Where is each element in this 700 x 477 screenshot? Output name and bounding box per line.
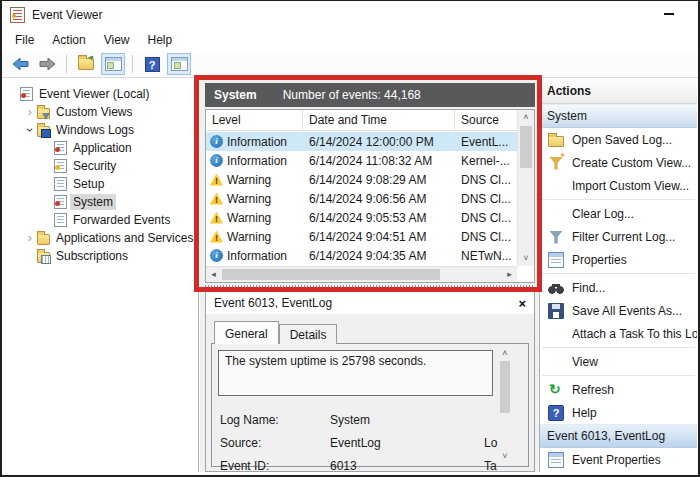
field-right-clipped: Ta bbox=[484, 459, 500, 473]
event-source: Kernel-... bbox=[455, 154, 515, 168]
tree-expander-icon[interactable]: › bbox=[23, 231, 37, 245]
action-icon bbox=[548, 178, 564, 194]
menu-item[interactable]: File bbox=[6, 30, 43, 50]
field-value: EventLog bbox=[330, 436, 484, 450]
tree-expander-icon[interactable]: › bbox=[23, 105, 37, 119]
tree-expander-icon[interactable]: › bbox=[23, 123, 37, 137]
menu-item[interactable]: View bbox=[95, 30, 139, 50]
info-icon bbox=[210, 249, 223, 262]
event-source: DNS Cl... bbox=[455, 173, 515, 187]
action-item[interactable]: Find... bbox=[540, 276, 697, 299]
action-item[interactable]: Event Properties bbox=[540, 448, 697, 471]
action-item[interactable]: Open Saved Log... bbox=[540, 128, 697, 151]
tree-item-label: Forwarded Events bbox=[73, 212, 170, 228]
action-item[interactable]: Import Custom View... bbox=[540, 174, 697, 197]
export-log-button[interactable] bbox=[74, 53, 98, 75]
pane-splitter[interactable] bbox=[205, 285, 535, 289]
scroll-down-icon[interactable]: ˅ bbox=[498, 449, 512, 464]
event-row[interactable]: Warning 6/14/2024 9:05:53 AM DNS Cl... bbox=[206, 208, 517, 227]
event-message-box[interactable]: The system uptime is 25798 seconds. bbox=[218, 350, 493, 396]
action-label: Clear Log... bbox=[572, 207, 634, 221]
detail-scrollbar[interactable]: ˄ ˅ bbox=[498, 346, 512, 464]
scroll-right-icon[interactable]: ▸ bbox=[502, 267, 517, 282]
folder-screen-icon bbox=[37, 126, 50, 137]
console-tree-toggle-button[interactable] bbox=[101, 53, 125, 75]
action-item[interactable]: Create Custom View... bbox=[540, 151, 697, 174]
warning-icon bbox=[210, 212, 223, 224]
tree-item-label: Application bbox=[73, 140, 132, 156]
field-row: Source: EventLog Lo bbox=[220, 431, 500, 454]
tree-item[interactable]: Event Viewer (Local) bbox=[3, 85, 198, 103]
event-row[interactable]: Information 6/14/2024 12:00:00 PM EventL… bbox=[206, 132, 517, 151]
help-button[interactable]: ? bbox=[140, 53, 164, 75]
menu-item[interactable]: Help bbox=[139, 30, 182, 50]
events-count-label: Number of events: 44,168 bbox=[283, 88, 421, 102]
action-section-header[interactable]: System bbox=[540, 104, 697, 128]
tree-item[interactable]: Forwarded Events bbox=[3, 211, 198, 229]
log-red-icon bbox=[54, 195, 67, 209]
action-item[interactable]: Refresh bbox=[540, 378, 697, 401]
level-label: Warning bbox=[227, 192, 271, 206]
tab-details[interactable]: Details bbox=[279, 324, 338, 344]
event-datetime: 6/14/2024 9:04:35 AM bbox=[303, 249, 455, 263]
console-tree-icon bbox=[105, 57, 122, 71]
detail-scroll-thumb[interactable] bbox=[500, 361, 510, 413]
tree-item[interactable]: › Custom Views bbox=[3, 103, 198, 121]
info-icon bbox=[210, 154, 223, 167]
close-icon[interactable]: × bbox=[518, 296, 526, 311]
horizontal-scroll-thumb[interactable] bbox=[222, 269, 440, 280]
tree-item[interactable]: Setup bbox=[3, 175, 198, 193]
log-yellow-icon bbox=[54, 159, 67, 173]
action-item[interactable]: Help bbox=[540, 401, 697, 424]
action-label: Open Saved Log... bbox=[572, 133, 672, 147]
event-fields: Log Name: System Source: EventLog Lo Eve… bbox=[220, 408, 500, 477]
action-icon bbox=[548, 354, 564, 370]
back-button[interactable] bbox=[8, 53, 32, 75]
tree-item[interactable]: Subscriptions bbox=[3, 247, 198, 265]
event-row[interactable]: Warning 6/14/2024 9:08:29 AM DNS Cl... bbox=[206, 170, 517, 189]
action-item[interactable]: Save All Events As... bbox=[540, 299, 697, 322]
toolbar-separator bbox=[66, 55, 67, 73]
folder-export-icon bbox=[78, 58, 94, 70]
tree-item[interactable]: › Applications and Services Lo bbox=[3, 229, 198, 247]
menu-item[interactable]: Action bbox=[43, 30, 94, 50]
scroll-down-icon[interactable]: ˅ bbox=[518, 251, 534, 266]
tree-item-label: Applications and Services Lo bbox=[56, 230, 199, 246]
tree-item-label: System bbox=[70, 194, 116, 210]
action-item[interactable]: Properties bbox=[540, 248, 697, 271]
action-icon bbox=[548, 206, 564, 222]
column-header-source[interactable]: Source bbox=[455, 110, 518, 130]
filter-icon bbox=[548, 229, 564, 245]
event-row[interactable]: Warning 6/14/2024 9:06:56 AM DNS Cl... bbox=[206, 189, 517, 208]
event-row[interactable]: Warning 6/14/2024 9:04:51 AM DNS Cl... bbox=[206, 227, 517, 246]
action-item[interactable]: Clear Log... bbox=[540, 202, 697, 225]
events-vertical-scrollbar[interactable]: ˄ ˅ bbox=[517, 110, 534, 266]
action-pane-toggle-button[interactable] bbox=[167, 53, 191, 75]
tree-item[interactable]: Application bbox=[3, 139, 198, 157]
vertical-scroll-thumb[interactable] bbox=[520, 126, 532, 168]
tab-general[interactable]: General bbox=[214, 321, 279, 344]
save-icon bbox=[548, 303, 564, 319]
tree-item[interactable]: › Windows Logs bbox=[3, 121, 198, 139]
tree-item[interactable]: Security bbox=[3, 157, 198, 175]
scroll-up-icon[interactable]: ˄ bbox=[498, 346, 512, 361]
action-item[interactable]: Filter Current Log... bbox=[540, 225, 697, 248]
event-viewer-window: Event Viewer FileActionViewHelp ? Event … bbox=[0, 0, 700, 477]
action-item[interactable]: View bbox=[540, 350, 697, 373]
tree-item[interactable]: System bbox=[3, 193, 198, 211]
scroll-left-icon[interactable]: ◂ bbox=[206, 267, 221, 282]
action-label: Help bbox=[572, 406, 597, 420]
action-section-header[interactable]: Event 6013, EventLog bbox=[540, 424, 697, 448]
level-label: Warning bbox=[227, 173, 271, 187]
event-row[interactable]: Information 6/14/2024 9:04:35 AM NETwN..… bbox=[206, 246, 517, 265]
menubar: FileActionViewHelp bbox=[2, 28, 698, 51]
warning-icon bbox=[210, 231, 223, 243]
event-row[interactable]: Information 6/14/2024 11:08:32 AM Kernel… bbox=[206, 151, 517, 170]
column-header-level[interactable]: Level bbox=[206, 110, 303, 130]
events-horizontal-scrollbar[interactable]: ◂ ▸ bbox=[206, 266, 517, 282]
minimize-button[interactable] bbox=[664, 9, 674, 15]
column-header-date[interactable]: Date and Time bbox=[303, 110, 455, 130]
forward-button[interactable] bbox=[35, 53, 59, 75]
scroll-up-icon[interactable]: ˄ bbox=[518, 110, 534, 125]
action-item[interactable]: Attach a Task To this Log... bbox=[540, 322, 697, 345]
